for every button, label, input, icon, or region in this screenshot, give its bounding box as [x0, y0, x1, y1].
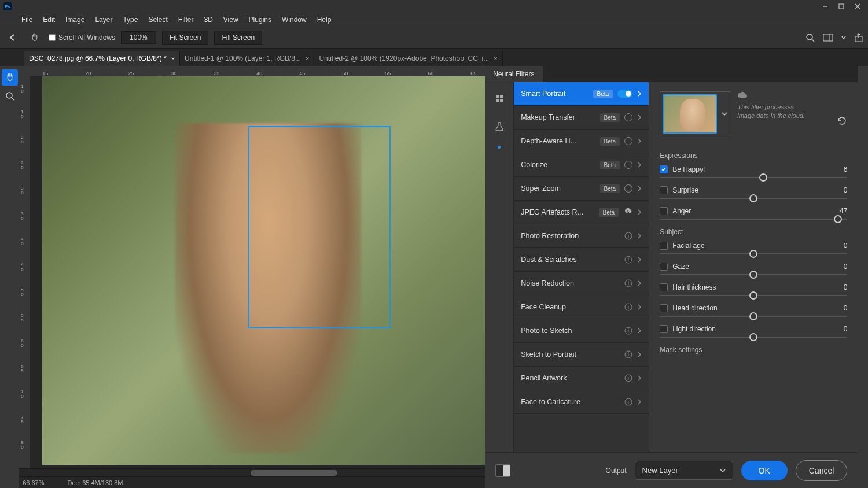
toggle-switch[interactable] — [617, 90, 632, 98]
horizontal-ruler: 15 20 25 30 35 40 45 50 55 60 65 — [19, 66, 485, 76]
filter-item-face-to-caricature[interactable]: Face to Caricaturei — [514, 390, 649, 414]
menu-window[interactable]: Window — [277, 13, 312, 26]
slider-track[interactable] — [660, 219, 847, 220]
info-icon[interactable]: i — [624, 398, 632, 406]
maximize-button[interactable] — [833, 1, 849, 12]
workspace-switcher-icon[interactable] — [823, 34, 833, 42]
svg-text:i: i — [628, 280, 629, 286]
filter-item-dust-scratches[interactable]: Dust & Scratchesi — [514, 248, 649, 272]
fill-screen-button[interactable]: Fill Screen — [214, 31, 262, 45]
cloud-download-icon[interactable] — [623, 207, 632, 217]
info-icon[interactable]: i — [624, 374, 632, 382]
info-icon[interactable]: i — [624, 327, 632, 335]
slider-knob[interactable] — [834, 215, 842, 223]
filter-item-photo-restoration[interactable]: Photo Restorationi — [514, 224, 649, 248]
close-button[interactable] — [849, 1, 866, 12]
slider-track[interactable] — [660, 337, 847, 338]
slider-checkbox[interactable] — [660, 207, 668, 215]
output-dropdown[interactable]: New Layer — [635, 461, 733, 480]
slider-checkbox[interactable] — [660, 165, 668, 173]
share-icon[interactable] — [854, 33, 863, 42]
menu-plugins[interactable]: Plugins — [244, 13, 277, 26]
reset-icon[interactable] — [837, 116, 847, 128]
filter-beta-icon[interactable] — [491, 118, 507, 134]
filter-item-photo-to-sketch[interactable]: Photo to Sketchi — [514, 319, 649, 343]
radio-toggle[interactable] — [624, 137, 632, 145]
slider-knob[interactable] — [749, 271, 757, 279]
fit-screen-button[interactable]: Fit Screen — [162, 31, 209, 45]
slider-knob[interactable] — [749, 333, 757, 341]
info-icon[interactable]: i — [624, 256, 632, 264]
info-icon[interactable]: i — [624, 350, 632, 358]
horizontal-scrollbar[interactable] — [19, 468, 485, 476]
radio-toggle[interactable] — [624, 113, 632, 121]
menu-edit[interactable]: Edit — [38, 13, 60, 26]
slider-track[interactable] — [660, 274, 847, 275]
close-icon[interactable]: × — [306, 55, 309, 62]
filter-item-colorize[interactable]: ColorizeBeta — [514, 153, 649, 177]
menu-help[interactable]: Help — [312, 13, 337, 26]
svg-text:i: i — [628, 257, 629, 263]
scroll-all-checkbox[interactable]: Scroll All Windows — [49, 34, 115, 42]
menu-image[interactable]: Image — [60, 13, 90, 26]
menu-select[interactable]: Select — [143, 13, 172, 26]
zoom-tool[interactable] — [2, 88, 18, 104]
status-zoom: 66.67% — [23, 479, 44, 486]
slider-knob[interactable] — [759, 173, 767, 182]
filter-item-face-cleanup[interactable]: Face Cleanupi — [514, 295, 649, 319]
slider-knob[interactable] — [749, 250, 757, 258]
face-preview-thumbnail[interactable] — [663, 94, 717, 134]
chevron-down-icon[interactable] — [841, 35, 846, 40]
canvas-viewport[interactable] — [30, 76, 485, 468]
info-icon[interactable]: i — [624, 279, 632, 287]
minimize-button[interactable] — [817, 1, 833, 12]
slider-knob[interactable] — [749, 312, 757, 320]
slider-knob[interactable] — [749, 194, 757, 202]
tab-dsc0278[interactable]: DSC_0278.jpg @ 66.7% (Layer 0, RGB/8*) *… — [24, 51, 180, 66]
zoom-value[interactable]: 100% — [121, 31, 156, 44]
ok-button[interactable]: OK — [741, 461, 788, 480]
slider-track[interactable] — [660, 253, 847, 254]
slider-checkbox[interactable] — [660, 325, 668, 333]
cancel-button[interactable]: Cancel — [796, 460, 848, 481]
tab-untitled1[interactable]: Untitled-1 @ 100% (Layer 1, RGB/8...× — [180, 51, 314, 66]
menu-type[interactable]: Type — [117, 13, 143, 26]
filter-item-makeup-transfer[interactable]: Makeup TransferBeta — [514, 106, 649, 130]
radio-toggle[interactable] — [624, 161, 632, 169]
menu-filter[interactable]: Filter — [173, 13, 199, 26]
mask-toggle-button[interactable] — [495, 464, 510, 477]
radio-toggle[interactable] — [624, 184, 632, 193]
tab-untitled2[interactable]: Untitled-2 @ 100% (1920px-Adobe_Photosho… — [314, 51, 502, 66]
filter-item-pencil-artwork[interactable]: Pencil Artworki — [514, 367, 649, 390]
slider-checkbox[interactable] — [660, 283, 668, 291]
slider-checkbox[interactable] — [660, 186, 668, 194]
close-icon[interactable]: × — [171, 55, 175, 62]
slider-track[interactable] — [660, 295, 847, 296]
chevron-down-icon[interactable] — [722, 111, 727, 117]
slider-checkbox[interactable] — [660, 304, 668, 312]
menu-file[interactable]: File — [16, 13, 38, 26]
menu-layer[interactable]: Layer — [90, 13, 117, 26]
info-icon[interactable]: i — [624, 232, 632, 240]
hand-tool[interactable] — [2, 69, 18, 86]
search-icon[interactable] — [806, 33, 815, 42]
filter-item-noise-reduction[interactable]: Noise Reductioni — [514, 272, 649, 295]
slider-checkbox[interactable] — [660, 242, 668, 250]
hand-tool-icon[interactable] — [27, 29, 43, 46]
slider-track[interactable] — [660, 177, 847, 178]
filter-item-depth-aware-h-[interactable]: Depth-Aware H...Beta — [514, 130, 649, 153]
slider-track[interactable] — [660, 198, 847, 199]
filter-item-smart-portrait[interactable]: Smart PortraitBeta — [514, 82, 649, 106]
filter-item-sketch-to-portrait[interactable]: Sketch to Portraiti — [514, 343, 649, 367]
info-icon[interactable]: i — [624, 303, 632, 311]
slider-checkbox[interactable] — [660, 263, 668, 271]
slider-track[interactable] — [660, 316, 847, 317]
close-icon[interactable]: × — [494, 55, 497, 62]
slider-knob[interactable] — [749, 291, 757, 300]
home-back-button[interactable] — [5, 29, 21, 46]
menu-view[interactable]: View — [218, 13, 244, 26]
filter-featured-icon[interactable] — [491, 90, 507, 106]
filter-item-super-zoom[interactable]: Super ZoomBeta — [514, 177, 649, 201]
filter-item-jpeg-artefacts-r-[interactable]: JPEG Artefacts R...Beta — [514, 201, 649, 224]
menu-3d[interactable]: 3D — [198, 13, 218, 26]
